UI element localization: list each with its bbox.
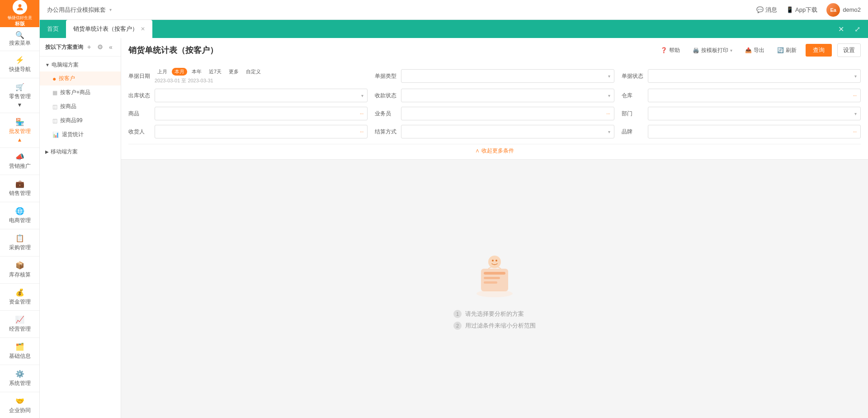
scheme-group-mobile-arrow-icon: ▶ bbox=[45, 149, 49, 154]
app-download-label: App下载 bbox=[795, 6, 817, 14]
scheme-header-label: 按以下方案查询 bbox=[45, 43, 83, 51]
scheme-item-by-product99[interactable]: ◫ 按商品99 bbox=[40, 114, 121, 128]
help-button[interactable]: ❓ 帮助 bbox=[657, 45, 684, 56]
filter-top: 销货单统计表（按客户） ❓ 帮助 🖨️ 按模板打印 ▾ 📤 bbox=[121, 38, 868, 160]
help-label: 帮助 bbox=[669, 47, 680, 54]
quick-nav-icon: ⚡ bbox=[15, 56, 24, 64]
scheme-panel: 按以下方案查询 + ⚙ « ▼ 电脑端方案 bbox=[40, 38, 121, 418]
date-range-container: 上月 本月 本年 近7天 更多 自定义 2023-03-01 至 2023-03… bbox=[155, 68, 368, 84]
help-icon: ❓ bbox=[660, 47, 667, 53]
account-title[interactable]: 办公用品行业模拟账套 bbox=[47, 6, 106, 14]
date-tab-custom[interactable]: 自定义 bbox=[243, 68, 264, 76]
export-button[interactable]: 📤 导出 bbox=[741, 45, 768, 56]
sidebar-item-basic[interactable]: 🗂️ 基础信息 bbox=[0, 338, 40, 365]
salesman-dots[interactable]: ··· bbox=[606, 111, 610, 116]
date-tab-last-month[interactable]: 上月 bbox=[155, 68, 170, 76]
template-print-button[interactable]: 🖨️ 按模板打印 ▾ bbox=[689, 45, 736, 56]
tab-home[interactable]: 首页 bbox=[40, 20, 66, 38]
sidebar-item-marketing[interactable]: 📣 营销推广 bbox=[0, 148, 40, 175]
filter-grid: 单据日期 上月 本月 本年 近7天 更多 自定义 2023-03-01 至 20… bbox=[128, 62, 861, 144]
out-status-arrow: ▾ bbox=[361, 93, 363, 98]
content-area: 按以下方案查询 + ⚙ « ▼ 电脑端方案 bbox=[40, 38, 868, 418]
sidebar-item-wholesale[interactable]: 🏪 批发管理 ▲ bbox=[0, 113, 40, 148]
filter-row-brand: 品牌 ··· bbox=[622, 125, 861, 138]
warehouse-label: 仓库 bbox=[622, 92, 644, 100]
tab-close-all-button[interactable]: ✕ bbox=[835, 23, 847, 35]
scheme-group-mobile-title[interactable]: ▶ 移动端方案 bbox=[40, 145, 121, 158]
app-download-button[interactable]: 📱 App下载 bbox=[786, 6, 817, 14]
sidebar-item-retail[interactable]: 🛒 零售管理 ▼ bbox=[0, 78, 40, 113]
filter-row-out-status: 出库状态 ▾ bbox=[128, 89, 368, 102]
page-actions: ❓ 帮助 🖨️ 按模板打印 ▾ 📤 导出 � bbox=[657, 43, 861, 57]
bill-status-label: 单据状态 bbox=[622, 72, 644, 80]
search-menu-item[interactable]: 🔍 搜索菜单 bbox=[0, 27, 40, 51]
warehouse-select[interactable]: ··· bbox=[648, 89, 861, 102]
salesman-select[interactable]: ··· bbox=[401, 107, 614, 120]
hint-text-1: 请先选择要分析的方案 bbox=[465, 310, 524, 318]
scheme-item-return-icon: 📊 bbox=[52, 132, 59, 138]
department-select[interactable]: ▾ bbox=[648, 107, 861, 120]
export-label: 导出 bbox=[754, 47, 764, 54]
sidebar-item-sales[interactable]: 💼 销售管理 bbox=[0, 175, 40, 202]
out-status-select[interactable]: ▾ bbox=[155, 89, 368, 102]
sidebar-logo[interactable]: 畅捷信好生意 标版 bbox=[0, 0, 40, 27]
scheme-add-button[interactable]: + bbox=[85, 43, 94, 52]
receiver-dots[interactable]: ··· bbox=[360, 129, 363, 134]
refresh-button[interactable]: 🔄 刷新 bbox=[774, 45, 800, 56]
svg-point-7 bbox=[492, 260, 494, 261]
scheme-settings-button[interactable]: ⚙ bbox=[95, 43, 104, 52]
date-tab-this-month[interactable]: 本月 bbox=[172, 68, 187, 76]
date-tab-this-year[interactable]: 本年 bbox=[189, 68, 204, 76]
enterprise-icon: 🤝 bbox=[15, 397, 24, 405]
filter-row-goods: 商品 ··· bbox=[128, 107, 368, 120]
scheme-item-by-product[interactable]: ◫ 按商品 bbox=[40, 100, 121, 114]
svg-point-8 bbox=[495, 260, 497, 261]
message-button[interactable]: 💬 消息 bbox=[756, 6, 777, 14]
goods-dots[interactable]: ··· bbox=[360, 111, 363, 116]
operations-icon: 📈 bbox=[15, 315, 24, 324]
scheme-header: 按以下方案查询 + ⚙ « bbox=[40, 38, 121, 57]
scheme-item-customer-product-label: 按客户+商品 bbox=[60, 89, 90, 96]
salesman-label: 业务员 bbox=[375, 110, 397, 118]
scheme-collapse-button[interactable]: « bbox=[106, 43, 115, 52]
sidebar-item-inventory[interactable]: 📦 库存核算 bbox=[0, 256, 40, 284]
account-dropdown-icon[interactable]: ▾ bbox=[109, 7, 112, 12]
tab-close-icon[interactable]: ✕ bbox=[141, 26, 145, 32]
tab-expand-button[interactable]: ⤢ bbox=[851, 23, 863, 35]
tab-sales-report[interactable]: 销货单统计表（按客户） ✕ bbox=[66, 20, 152, 38]
warehouse-dots[interactable]: ··· bbox=[853, 93, 857, 98]
pay-status-select[interactable]: ▾ bbox=[401, 89, 614, 102]
filter-main: 销货单统计表（按客户） ❓ 帮助 🖨️ 按模板打印 ▾ 📤 bbox=[121, 38, 868, 418]
scheme-item-product99-label: 按商品99 bbox=[60, 117, 82, 124]
bill-status-select[interactable]: ▾ bbox=[648, 69, 861, 83]
system-icon: ⚙️ bbox=[15, 370, 24, 378]
bill-type-select[interactable]: ▾ bbox=[401, 69, 614, 83]
app-download-icon: 📱 bbox=[786, 6, 793, 13]
brand-select[interactable]: ··· bbox=[648, 125, 861, 138]
goods-select[interactable]: ··· bbox=[155, 107, 368, 120]
sidebar-item-finance[interactable]: 💰 资金管理 bbox=[0, 284, 40, 311]
pay-status-arrow: ▾ bbox=[608, 93, 610, 98]
sidebar-item-ecommerce[interactable]: 🌐 电商管理 bbox=[0, 202, 40, 229]
sidebar-item-quick-nav[interactable]: ⚡ 快捷导航 bbox=[0, 51, 40, 78]
top-bar-left: 办公用品行业模拟账套 ▾ bbox=[47, 6, 112, 14]
sidebar-item-enterprise[interactable]: 🤝 企业协同 bbox=[0, 392, 40, 418]
scheme-item-by-customer-product[interactable]: ▦ 按客户+商品 bbox=[40, 86, 121, 100]
scheme-item-return-stats[interactable]: 📊 退货统计 bbox=[40, 128, 121, 142]
brand-dots[interactable]: ··· bbox=[853, 129, 857, 134]
filter-row-date: 单据日期 上月 本月 本年 近7天 更多 自定义 2023-03-01 至 20… bbox=[128, 68, 368, 84]
filter-row-bill-status: 单据状态 ▾ bbox=[622, 68, 861, 84]
sidebar-item-purchase[interactable]: 📋 采购管理 bbox=[0, 229, 40, 256]
payment-select[interactable]: ▾ bbox=[401, 125, 614, 138]
scheme-item-by-customer[interactable]: ● 按客户 bbox=[40, 71, 121, 86]
query-button[interactable]: 查询 bbox=[806, 44, 832, 57]
date-tab-more[interactable]: 更多 bbox=[226, 68, 241, 76]
date-tab-7days[interactable]: 近7天 bbox=[206, 68, 224, 76]
sidebar-item-operations[interactable]: 📈 经营管理 bbox=[0, 311, 40, 338]
receiver-select[interactable]: ··· bbox=[155, 125, 368, 138]
collapse-button[interactable]: ∧ 收起更多条件 bbox=[128, 144, 861, 159]
scheme-group-desktop-title[interactable]: ▼ 电脑端方案 bbox=[40, 58, 121, 71]
settings-button[interactable]: 设置 bbox=[837, 43, 861, 57]
user-profile[interactable]: Ea demo2 bbox=[826, 3, 861, 17]
sidebar-item-system[interactable]: ⚙️ 系统管理 bbox=[0, 365, 40, 392]
